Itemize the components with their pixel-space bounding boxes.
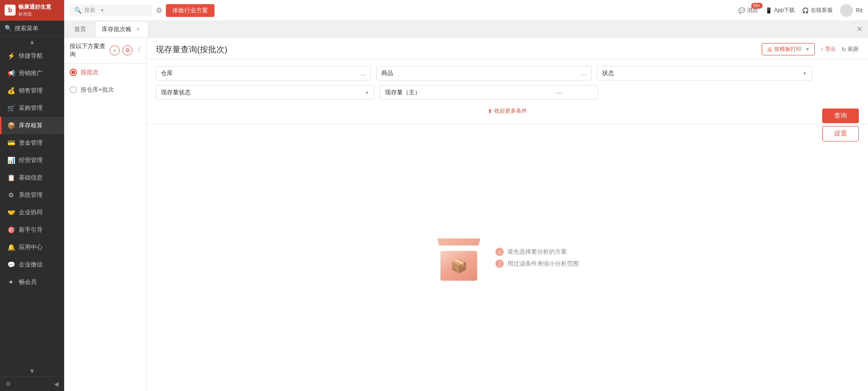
- query-area: 现存量查询(按批次) 🖨 按模板打印 ▼ ↑ 导出 ↻ 刷新: [147, 38, 868, 391]
- content-area: 按以下方案查询 ＋ ⚙ 《 按批次 按仓库+批次 现存量查询(按批次): [64, 38, 868, 391]
- filter-radio-warehouse-batch: [70, 86, 77, 93]
- warehouse-field[interactable]: 仓库 ...: [156, 66, 371, 81]
- product-field[interactable]: 商品 ...: [376, 66, 591, 81]
- warehouse-more-icon[interactable]: ...: [361, 70, 366, 77]
- tab-close-icon[interactable]: ×: [134, 26, 142, 33]
- topbar-right: 💬 消息 99+ 📱 App下载 🎧 在线客服 Rit: [738, 4, 863, 17]
- sidebar-item-新手引导[interactable]: 🎯 新手引导: [0, 221, 64, 239]
- status-field[interactable]: 状态 ▼: [597, 66, 812, 81]
- online-service-action[interactable]: 🎧 在线客服: [802, 6, 833, 14]
- tab-home[interactable]: 首页: [68, 21, 93, 37]
- sidebar-item-应用中心[interactable]: 🔔 应用中心: [0, 239, 64, 256]
- empty-hint-2: 2 用过滤条件来缩小分析范围: [495, 260, 579, 268]
- sidebar-item-系统管理[interactable]: ⚙ 系统管理: [0, 186, 64, 204]
- inventory-qty-label: 现存量（主）: [385, 88, 522, 97]
- inventory-qty-field[interactable]: 现存量（主） —: [380, 85, 599, 100]
- nav-label-5: 资金管理: [19, 139, 43, 147]
- sidebar-item-企业微信[interactable]: 💬 企业微信: [0, 256, 64, 273]
- right-close-area: ✕: [855, 21, 864, 38]
- panel-close-icon[interactable]: ✕: [857, 25, 863, 33]
- inventory-status-field[interactable]: 现存量状态 ▼: [156, 85, 374, 100]
- query-header: 现存量查询(按批次) 🖨 按模板打印 ▼ ↑ 导出 ↻ 刷新: [147, 38, 868, 60]
- nav-icon-11: 🔔: [7, 243, 15, 251]
- scroll-down-button[interactable]: ▼: [0, 366, 64, 376]
- sidebar-item-营销推广[interactable]: 📢 营销推广: [0, 65, 64, 82]
- nav-label-4: 库存核算: [19, 121, 43, 130]
- nav-icon-12: 💬: [7, 261, 15, 269]
- refresh-button[interactable]: ↻ 刷新: [841, 45, 859, 53]
- filter-item-batch[interactable]: 按批次: [64, 64, 146, 81]
- print-button[interactable]: 🖨 按模板打印 ▼: [762, 43, 815, 55]
- qty-min-input[interactable]: [525, 89, 552, 96]
- action-bar: 查询 设置: [822, 109, 859, 141]
- nav-icon-10: 🎯: [7, 226, 15, 234]
- topbar-search-placeholder: 搜索: [84, 6, 95, 14]
- sidebar-item-库存核算[interactable]: 📦 库存核算: [0, 117, 64, 134]
- nav-icon-9: 🤝: [7, 208, 15, 217]
- empty-hint-1: 1 请先选择要分析的方案: [495, 248, 579, 256]
- filter-settings-button[interactable]: ⚙: [122, 45, 132, 55]
- nav-icon-3: 🛒: [7, 104, 15, 112]
- sidebar-item-畅会员[interactable]: ✦ 畅会员: [0, 273, 64, 291]
- sidebar-nav: ⚡ 快捷导航 📢 营销推广 💰 销售管理 🛒 采购管理 📦 库存核算 💳 资金管…: [0, 47, 64, 366]
- sidebar-item-资金管理[interactable]: 💳 资金管理: [0, 134, 64, 152]
- filter-item-warehouse-batch[interactable]: 按仓库+批次: [64, 81, 146, 98]
- refresh-label: 刷新: [848, 45, 859, 53]
- trial-button[interactable]: 体验行业方案: [166, 4, 214, 17]
- inventory-status-label: 现存量状态: [161, 88, 363, 97]
- collapse-label: 收起更多条件: [494, 107, 527, 115]
- topbar-search-box[interactable]: 🔍 搜索 ▼: [70, 5, 152, 16]
- tab-inventory-batch[interactable]: 库存批次账 ×: [95, 21, 148, 37]
- topbar: 🔍 搜索 ▼ ⚙ 体验行业方案 💬 消息 99+ 📱 App下载 🎧 在线客服: [64, 0, 868, 21]
- headset-icon: 🎧: [802, 7, 809, 14]
- nav-icon-0: ⚡: [7, 52, 15, 60]
- qty-max-input[interactable]: [566, 89, 593, 96]
- nav-icon-7: 📋: [7, 174, 15, 182]
- sidebar-item-采购管理[interactable]: 🛒 采购管理: [0, 99, 64, 117]
- topbar-search-icon: 🔍: [74, 7, 82, 14]
- edition-label: 标准版: [18, 11, 51, 17]
- nav-label-7: 基础信息: [19, 174, 43, 182]
- username-label: Rit: [856, 7, 863, 14]
- app-download-action[interactable]: 📱 App下载: [765, 6, 795, 14]
- export-button[interactable]: ↑ 导出: [820, 45, 836, 53]
- nav-label-9: 企业协同: [19, 208, 43, 217]
- sidebar-item-经营管理[interactable]: 📊 经营管理: [0, 152, 64, 169]
- messages-action[interactable]: 💬 消息 99+: [738, 6, 758, 14]
- sidebar-item-销售管理[interactable]: 💰 销售管理: [0, 82, 64, 99]
- sidebar-item-企业协同[interactable]: 🤝 企业协同: [0, 204, 64, 221]
- search-icon: 🔍: [5, 25, 12, 32]
- filter-panel: 按以下方案查询 ＋ ⚙ 《 按批次 按仓库+批次: [64, 38, 147, 391]
- add-filter-button[interactable]: ＋: [110, 45, 120, 55]
- empty-state-content: 📦 1 请先选择要分析的方案 2 用过滤条件来缩: [436, 235, 579, 281]
- nav-label-11: 应用中心: [19, 243, 43, 251]
- nav-label-2: 销售管理: [19, 87, 43, 95]
- brand-name: 畅康通好生意: [18, 4, 51, 11]
- settings-button[interactable]: 设置: [822, 126, 859, 141]
- filter-collapse-button[interactable]: 《: [135, 45, 141, 55]
- collapse-conditions-button[interactable]: ⬆ 收起更多条件: [156, 104, 859, 118]
- filter-conditions: 仓库 ... 商品 ... 状态 ▼: [147, 60, 868, 125]
- nav-icon-8: ⚙: [7, 191, 15, 199]
- topbar-gear-icon[interactable]: ⚙: [156, 6, 162, 15]
- query-button[interactable]: 查询: [822, 109, 859, 123]
- sidebar-search[interactable]: 🔍 搜索菜单: [0, 21, 64, 37]
- scroll-up-button[interactable]: ▲: [0, 37, 64, 47]
- sidebar-footer: ⚙ ◀: [0, 376, 64, 391]
- active-tab-label: 库存批次账: [102, 25, 132, 33]
- app-logo: b: [5, 5, 16, 16]
- product-more-icon[interactable]: ...: [581, 70, 587, 77]
- nav-label-10: 新手引导: [19, 226, 43, 234]
- warehouse-label: 仓库: [161, 69, 359, 77]
- tabbar: 首页 库存批次账 × ✕: [64, 21, 868, 38]
- app-info: 畅康通好生意 标准版: [18, 4, 51, 17]
- sidebar-item-快捷导航[interactable]: ⚡ 快捷导航: [0, 47, 64, 65]
- logo-char: b: [8, 6, 12, 14]
- user-profile[interactable]: Rit: [840, 4, 863, 17]
- filter-panel-title: 按以下方案查询: [70, 42, 110, 59]
- footer-settings-icon[interactable]: ⚙: [5, 380, 11, 387]
- status-label: 状态: [602, 69, 801, 77]
- footer-collapse-icon[interactable]: ◀: [54, 380, 59, 387]
- product-label: 商品: [381, 69, 579, 77]
- sidebar-item-基础信息[interactable]: 📋 基础信息: [0, 169, 64, 186]
